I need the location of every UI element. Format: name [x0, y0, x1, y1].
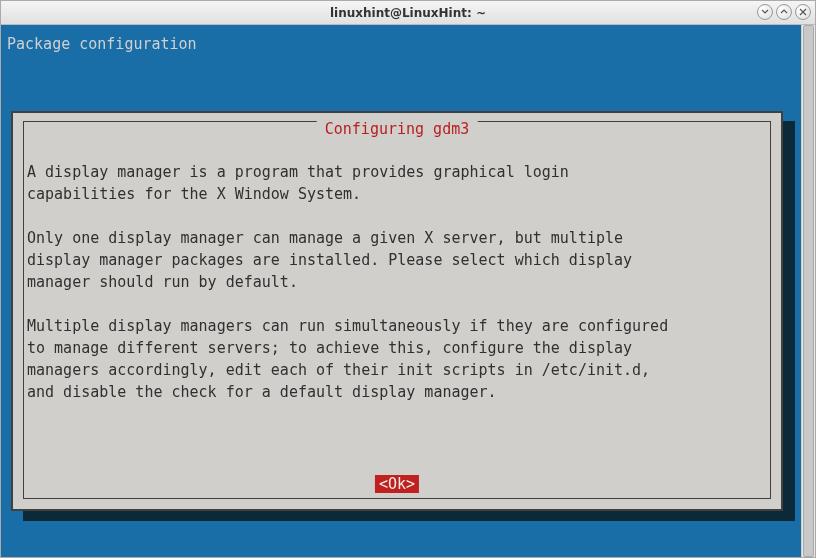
chevron-up-icon — [780, 8, 788, 16]
terminal-area: Package configuration Configuring gdm3 A… — [1, 25, 815, 557]
debconf-dialog: Configuring gdm3 A display manager is a … — [11, 111, 783, 511]
chevron-down-icon — [761, 8, 769, 16]
close-icon — [799, 8, 807, 16]
maximize-button[interactable] — [776, 4, 792, 20]
package-config-header: Package configuration — [5, 33, 807, 53]
ok-button[interactable]: <Ok> — [375, 475, 419, 493]
scrollbar[interactable] — [801, 25, 815, 557]
minimize-button[interactable] — [757, 4, 773, 20]
titlebar: linuxhint@LinuxHint: ~ — [1, 1, 815, 25]
titlebar-buttons — [757, 4, 811, 20]
dialog-body-text: A display manager is a program that prov… — [27, 161, 767, 403]
scrollbar-thumb[interactable] — [803, 25, 814, 557]
close-button[interactable] — [795, 4, 811, 20]
dialog-title: Configuring gdm3 — [317, 120, 478, 138]
terminal-window: linuxhint@LinuxHint: ~ Package configura… — [0, 0, 816, 558]
window-title: linuxhint@LinuxHint: ~ — [330, 6, 486, 20]
